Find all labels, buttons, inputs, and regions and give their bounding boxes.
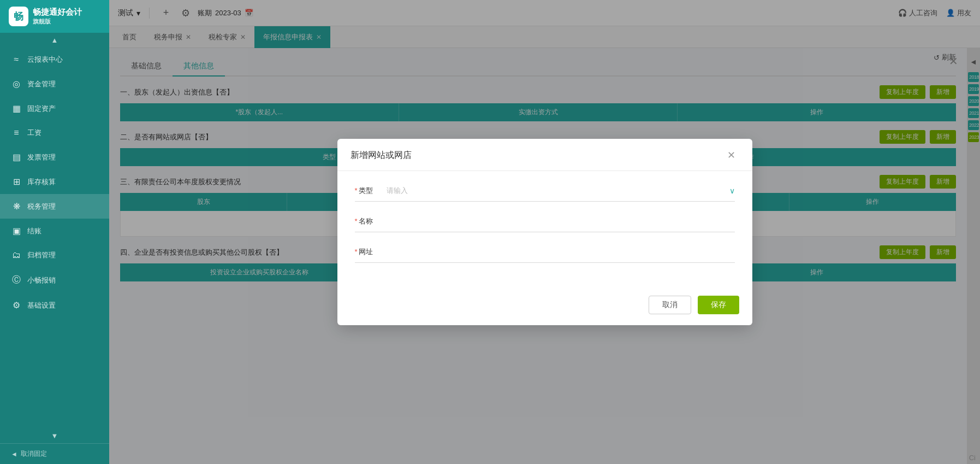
- settings-icon: ⚙: [11, 300, 22, 310]
- sidebar-pin-toggle[interactable]: ◄ 取消固定: [0, 443, 109, 464]
- main-area: 测试 ▾ + ⚙ 账期 2023-03 📅 🎧 人工咨询 👤 用友 首页 税: [109, 0, 980, 464]
- type-label: *类型: [355, 186, 382, 196]
- settlement-icon: ▣: [11, 226, 22, 236]
- cancel-button[interactable]: 取消: [649, 296, 691, 314]
- sidebar-item-label: 云报表中心: [27, 55, 63, 64]
- sidebar-item-label: 发票管理: [27, 152, 56, 162]
- url-input[interactable]: [382, 245, 735, 258]
- sidebar-item-label: 基础设置: [27, 301, 56, 310]
- sidebar-item-label: 结账: [27, 226, 41, 236]
- dialog-footer: 取消 保存: [337, 289, 752, 325]
- cloud-reports-icon: ≈: [11, 55, 22, 64]
- name-label: *名称: [355, 216, 382, 226]
- sidebar-item-label: 税务管理: [27, 202, 56, 212]
- logo-icon: 畅: [9, 7, 28, 26]
- form-field-name: *名称: [355, 215, 735, 232]
- type-input[interactable]: [382, 184, 729, 197]
- type-required: *: [355, 186, 358, 195]
- fixed-assets-icon: ▦: [11, 103, 22, 114]
- form-field-type: *类型 ∨: [355, 184, 735, 202]
- dialog-title: 新增网站或网店: [351, 150, 412, 161]
- sidebar-item-label: 归档管理: [27, 250, 56, 260]
- xiaochang-icon: Ⓒ: [11, 274, 22, 286]
- tax-icon: ❋: [11, 201, 22, 212]
- pin-icon: ◄: [11, 450, 17, 458]
- sidebar-item-label: 工资: [27, 128, 41, 138]
- dialog-close-button[interactable]: ✕: [724, 148, 739, 163]
- inventory-icon: ⊞: [11, 177, 22, 187]
- sidebar-item-xiaochang[interactable]: Ⓒ 小畅报销: [0, 267, 109, 293]
- dialog-header: 新增网站或网店 ✕: [337, 139, 752, 171]
- sidebar-item-fund-mgmt[interactable]: ◎ 资金管理: [0, 72, 109, 96]
- fund-icon: ◎: [11, 79, 22, 89]
- sidebar-nav: ≈ 云报表中心 ◎ 资金管理 ▦ 固定资产 ≡ 工资 ▤ 发票管理 ⊞ 库存核算…: [0, 48, 109, 428]
- save-button[interactable]: 保存: [698, 296, 739, 314]
- dialog-body: *类型 ∨ *名称 *网址: [337, 171, 752, 289]
- url-label: *网址: [355, 247, 382, 257]
- add-website-dialog: 新增网站或网店 ✕ *类型 ∨ *名称: [337, 139, 752, 325]
- sidebar-item-archive[interactable]: 🗂 归档管理: [0, 243, 109, 267]
- url-required: *: [355, 248, 358, 256]
- sidebar-item-label: 库存核算: [27, 177, 56, 187]
- sidebar-item-tax-mgmt[interactable]: ❋ 税务管理: [0, 194, 109, 219]
- sidebar-scroll-down[interactable]: ▼: [0, 428, 109, 443]
- app-name: 畅捷通好会计: [33, 7, 82, 17]
- sidebar-item-fixed-assets[interactable]: ▦ 固定资产: [0, 96, 109, 121]
- sidebar-item-settings[interactable]: ⚙ 基础设置: [0, 293, 109, 318]
- sidebar-item-label: 资金管理: [27, 79, 56, 89]
- sidebar-item-cloud-reports[interactable]: ≈ 云报表中心: [0, 48, 109, 72]
- sidebar-scroll-up[interactable]: ▲: [0, 33, 109, 48]
- sidebar: 畅 畅捷通好会计 旗舰版 ▲ ≈ 云报表中心 ◎ 资金管理 ▦ 固定资产 ≡ 工…: [0, 0, 109, 464]
- sidebar-item-label: 固定资产: [27, 104, 56, 114]
- form-field-url: *网址: [355, 245, 735, 263]
- archive-icon: 🗂: [11, 250, 22, 260]
- sidebar-item-settlement[interactable]: ▣ 结账: [0, 219, 109, 243]
- sidebar-logo: 畅 畅捷通好会计 旗舰版: [0, 0, 109, 33]
- name-input[interactable]: [382, 215, 735, 227]
- sidebar-item-label: 小畅报销: [27, 275, 56, 285]
- modal-overlay: 新增网站或网店 ✕ *类型 ∨ *名称: [109, 0, 980, 464]
- pin-label: 取消固定: [21, 449, 47, 459]
- invoice-icon: ▤: [11, 152, 22, 162]
- type-dropdown-arrow[interactable]: ∨: [729, 186, 735, 195]
- app-subtitle: 旗舰版: [33, 17, 82, 26]
- name-required: *: [355, 217, 358, 225]
- sidebar-item-invoice-mgmt[interactable]: ▤ 发票管理: [0, 145, 109, 169]
- payroll-icon: ≡: [11, 128, 22, 138]
- sidebar-item-inventory[interactable]: ⊞ 库存核算: [0, 169, 109, 194]
- sidebar-item-payroll[interactable]: ≡ 工资: [0, 121, 109, 145]
